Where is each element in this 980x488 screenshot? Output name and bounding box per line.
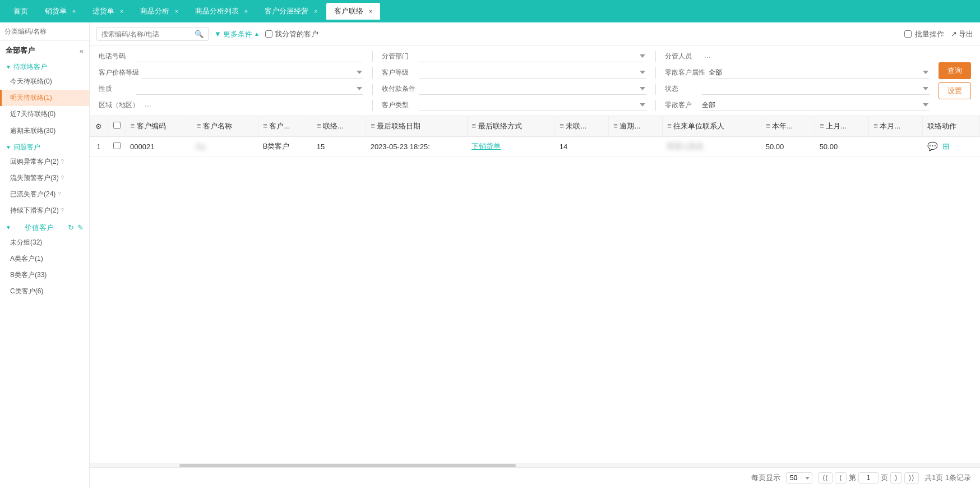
select-all-checkbox[interactable] <box>113 122 121 129</box>
col-this-month[interactable]: ≡ 本月... <box>869 116 923 137</box>
sidebar-search-input[interactable] <box>4 27 89 35</box>
value-edit-icon[interactable]: ✎ <box>77 223 84 232</box>
nav-home[interactable]: 首页 <box>6 3 36 20</box>
filter-phone-input[interactable] <box>136 50 363 62</box>
row-last-contact-method[interactable]: 下销货单 <box>467 137 555 156</box>
nav-sales-order-close[interactable]: × <box>72 8 76 15</box>
col-last-contact-date[interactable]: ≡ 最后联络日期 <box>366 116 467 137</box>
col-overdue[interactable]: ≡ 逾期... <box>609 116 663 137</box>
sidebar-item-churn-warning[interactable]: 流失预警客户(3) ? <box>0 170 89 186</box>
col-last-month[interactable]: ≡ 上月... <box>815 116 869 137</box>
filter-price-level-select[interactable] <box>142 67 363 79</box>
filter-customer-type-select[interactable] <box>419 99 646 111</box>
batch-op-btn[interactable]: 批量操作 <box>904 29 944 39</box>
nav-sales-order[interactable]: 销货单 × <box>37 3 84 20</box>
more-filters-btn[interactable]: ▼ 更多条件 ▲ <box>214 29 260 39</box>
filter-nature-label: 性质 <box>99 84 132 94</box>
row-last-contact-link[interactable]: 下销货单 <box>471 142 501 150</box>
col-checkbox[interactable] <box>108 116 126 137</box>
query-button[interactable]: 查询 <box>939 62 971 79</box>
nav-purchase-order[interactable]: 进货单 × <box>85 3 131 20</box>
advanced-filter-panel: 电话号码 分管部门 分管人员 ··· <box>90 46 980 116</box>
filter-nature-select[interactable] <box>136 83 363 95</box>
table-row: 1 000021 Ea B类客户 15 2023-05-23 18:25: 下销… <box>90 137 980 156</box>
col-no-contact[interactable]: ≡ 未联... <box>555 116 609 137</box>
filter-search-input[interactable] <box>101 30 191 38</box>
sidebar-item-churned[interactable]: 已流失客户(24) ? <box>0 186 89 202</box>
filter-scatter-customer-select[interactable]: 全部 <box>702 99 930 111</box>
filter-dept-select[interactable] <box>419 50 646 62</box>
col-contact-person[interactable]: ≡ 往来单位联系人 <box>663 116 761 137</box>
filter-customer-level-select[interactable] <box>419 67 646 79</box>
col-customer-type-col[interactable]: ≡ 客户... <box>258 116 312 137</box>
sidebar-item-7days-contact[interactable]: 近7天待联络(0) <box>0 106 89 122</box>
col-action[interactable]: 联络动作 <box>923 116 980 137</box>
filter-scatter-attr-select[interactable]: 全部 <box>709 67 930 79</box>
nav-product-analysis[interactable]: 商品分析 × <box>132 3 186 20</box>
page-number-input[interactable] <box>858 472 879 484</box>
row-checkbox[interactable] <box>108 137 126 156</box>
row-this-year-val: 50.00 <box>761 137 815 156</box>
filter-region-dots[interactable]: ··· <box>142 101 154 110</box>
value-refresh-icon[interactable]: ↻ <box>68 223 74 232</box>
col-overdue-label: ≡ 逾期... <box>613 122 640 130</box>
filter-payment-label: 收付款条件 <box>382 84 415 94</box>
sidebar-item-tomorrow-contact[interactable]: 明天待联络(1) <box>0 90 89 106</box>
action-chat-icon[interactable]: 💬 <box>927 141 938 151</box>
col-last-contact-method[interactable]: ≡ 最后联络方式 <box>467 116 555 137</box>
row-this-month-val <box>869 137 923 156</box>
sidebar-item-repurchase-abnormal[interactable]: 回购异常客户(2) ? <box>0 154 89 170</box>
sidebar-item-class-c[interactable]: C类客户(6) <box>0 283 89 300</box>
first-page-btn[interactable]: ⟨⟨ <box>818 472 833 484</box>
collapse-icon[interactable]: « <box>80 47 84 55</box>
action-grid-icon[interactable]: ⊞ <box>942 141 950 151</box>
nav-product-analysis-close[interactable]: × <box>175 8 178 15</box>
export-btn[interactable]: ↗ 导出 <box>951 29 973 39</box>
col-customer-name[interactable]: ≡ 客户名称 <box>192 116 258 137</box>
page-label: 第 <box>849 473 856 483</box>
nav-customer-segment[interactable]: 客户分层经营 × <box>257 3 325 20</box>
filter-manager-dots[interactable]: ··· <box>702 52 713 61</box>
sidebar: 🔍 全部客户 « 待联络客户 今天待联络(0) 明天待联络(1) 近7天待联络(… <box>0 22 90 488</box>
filter-payment-select[interactable] <box>419 83 646 95</box>
main-layout: 🔍 全部客户 « 待联络客户 今天待联络(0) 明天待联络(1) 近7天待联络(… <box>0 22 980 488</box>
nav-customer-contact-close[interactable]: × <box>369 8 372 15</box>
col-settings[interactable]: ⚙ <box>90 116 108 137</box>
sidebar-item-today-contact[interactable]: 今天待联络(0) <box>0 73 89 90</box>
my-customers-toggle[interactable]: 我分管的客户 <box>265 29 318 39</box>
filter-status-select[interactable] <box>702 83 930 95</box>
col-this-month-label: ≡ 本月... <box>873 122 900 130</box>
page-end-label: 页 <box>881 473 888 483</box>
filter-search-icon[interactable]: 🔍 <box>195 30 204 38</box>
row-select-checkbox[interactable] <box>113 142 121 149</box>
sidebar-item-declining[interactable]: 持续下滑客户(2) ? <box>0 202 89 219</box>
col-customer-code[interactable]: ≡ 客户编码 <box>126 116 192 137</box>
scrollbar-thumb[interactable] <box>179 464 516 467</box>
sidebar-item-class-b[interactable]: B类客户(33) <box>0 267 89 283</box>
nav-customer-contact[interactable]: 客户联络 × <box>326 3 380 20</box>
last-page-btn[interactable]: ⟩⟩ <box>904 472 919 484</box>
filter-nature: 性质 <box>99 83 363 95</box>
group-problem-customers[interactable]: 问题客户 <box>0 139 89 154</box>
page-size-select[interactable]: 20 50 100 <box>786 472 812 484</box>
nav-product-analysis-list-close[interactable]: × <box>244 8 248 15</box>
horizontal-scrollbar[interactable] <box>90 463 980 467</box>
my-customers-checkbox[interactable] <box>265 30 272 38</box>
prev-page-btn[interactable]: ⟨ <box>835 472 847 484</box>
filter-scatter-customer-label: 零散客户 <box>665 100 699 110</box>
reset-button[interactable]: 设置 <box>939 82 971 99</box>
next-page-btn[interactable]: ⟩ <box>890 472 902 484</box>
nav-purchase-order-close[interactable]: × <box>120 8 123 15</box>
col-this-year[interactable]: ≡ 本年... <box>761 116 815 137</box>
nav-product-analysis-list[interactable]: 商品分析列表 × <box>187 3 256 20</box>
sidebar-item-ungrouped[interactable]: 未分组(32) <box>0 234 89 251</box>
filter-search-container: 🔍 <box>96 27 209 41</box>
nav-customer-segment-close[interactable]: × <box>314 8 317 15</box>
sidebar-item-class-a[interactable]: A类客户(1) <box>0 251 89 267</box>
batch-checkbox[interactable] <box>904 30 912 38</box>
action-icons-container: 💬 ⊞ <box>927 141 976 151</box>
sidebar-item-overdue-contact[interactable]: 逾期未联络(30) <box>0 123 89 139</box>
group-pending-contact[interactable]: 待联络客户 <box>0 59 89 73</box>
col-contact-count[interactable]: ≡ 联络... <box>312 116 366 137</box>
group-value-customers[interactable]: 价值客户 ↻ ✎ <box>0 219 89 234</box>
